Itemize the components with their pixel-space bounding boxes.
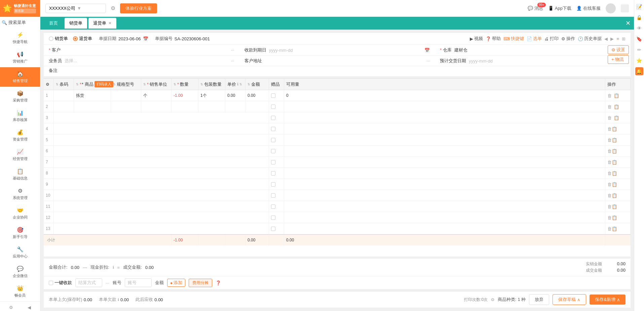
td-product-2[interactable] [74,101,111,112]
address-dots[interactable]: ··· [426,59,430,63]
td-quantity-1[interactable]: -1.00 [172,90,198,101]
sidebar-item-basic[interactable]: 📋 基础信息 [0,165,40,184]
list-view-icon[interactable]: ≡ [616,36,619,41]
operation-btn[interactable]: ⚙ 操作 [561,36,575,42]
print-btn[interactable]: 🖨 打印 [544,36,559,42]
td-amount-2[interactable] [245,101,269,112]
td-gift-2[interactable] [269,101,284,112]
customer-address-input[interactable]: ··· [265,59,430,63]
rp-lock-icon[interactable]: 🔒 [635,13,643,22]
radio-return-order[interactable]: 退货单 [73,36,92,42]
help-btn[interactable]: ❓ 帮助 [486,36,501,42]
company-selector[interactable]: XXXXXX公司 ▼ [45,4,106,13]
td-quantity-2[interactable] [172,101,198,112]
sidebar-item-finance[interactable]: 💰 资金管理 [0,126,40,145]
tab-return[interactable]: 退货单 ✕ [88,18,116,29]
settlement-method-input[interactable]: 结算方式 [75,278,102,287]
tabbar-close-btn[interactable]: ✕ [626,20,631,27]
gift-checkbox-3[interactable] [271,116,275,120]
message-btn[interactable]: 💬 消息 99+ [528,5,543,11]
expense-help-icon[interactable]: ❓ [216,280,221,285]
delete-icon-1[interactable]: 🗑 [607,93,612,98]
goods-type-radio-icon[interactable]: ⊙ [491,297,494,302]
scan-btn[interactable]: 扫码录入 [94,81,113,87]
calendar-icon[interactable]: 📅 [143,36,148,41]
td-spec-1[interactable] [111,90,141,101]
td-package-qty-2[interactable] [198,101,225,112]
rp-bookmark-icon[interactable]: 🔖 [635,35,643,43]
prev-record-icon[interactable]: ◀ [604,36,608,41]
grid-view-icon[interactable]: ⊞ [622,36,626,41]
discard-btn[interactable]: 放弃 [529,294,549,305]
payment-cb[interactable] [49,281,53,285]
gift-checkbox-1[interactable] [271,93,275,98]
rp-pencil-icon[interactable]: ✏ [635,46,643,54]
th-settings[interactable]: ⚙ [44,79,54,90]
search-menu[interactable]: 🔍 搜索菜单 [0,17,40,28]
save-draft-btn[interactable]: 保存草稿 ∧ [553,294,586,305]
settings-gear-icon[interactable]: ⚙ [109,4,117,13]
customer-dots[interactable]: ··· [231,48,234,52]
save-new-btn[interactable]: 保存&新增 ∧ [590,295,626,305]
td-barcode-2[interactable] [54,101,74,112]
sidebar-collapse-icon[interactable]: ◀ [28,305,31,310]
rp-eye-icon[interactable]: 👁 [635,24,643,32]
one-click-payment-checkbox[interactable]: 一键收款 [49,280,72,286]
sidebar-item-sales[interactable]: 🏠 销售管理 [0,67,40,87]
copy-icon-3[interactable]: 📋 [614,115,619,120]
tab-close-icon[interactable]: ✕ [108,21,112,26]
sidebar-item-appstore[interactable]: 🔧 应用中心 [0,243,40,262]
td-amount-1[interactable]: 0.00 [245,90,269,101]
td-unit-price-1[interactable]: 0.00 [225,90,245,101]
user-avatar[interactable] [606,3,616,13]
trial-btn[interactable]: 体验行业方案 [120,3,157,13]
unit-price-info-icon[interactable]: ℹ [237,82,238,86]
app-download-btn[interactable]: 📱 App下载 [548,5,571,11]
settlement-dots[interactable]: ··· [106,280,109,285]
template-btn[interactable]: 📄 选单 [527,36,542,42]
video-btn[interactable]: ▶ 视频 [470,36,483,42]
td-sales-unit-1[interactable]: 个 [141,90,172,101]
td-gift-3[interactable] [269,112,284,123]
td-empty-3[interactable] [54,112,269,123]
rp-star-icon[interactable]: ⭐ [635,56,643,65]
delete-icon-2[interactable]: 🗑 [607,104,612,109]
sidebar-settings-icon[interactable]: ⚙ [9,305,13,310]
rp-edit-icon[interactable]: 📝 [635,3,643,11]
sidebar-item-quick-nav[interactable]: ⚡ 快捷导航 [0,28,40,48]
td-sales-unit-2[interactable] [141,101,172,112]
delivery-date-input[interactable]: yyyy-mm-dd 📅 [469,59,626,64]
gift-checkbox-2[interactable] [271,105,275,109]
calendar2-icon[interactable]: 📅 [424,48,430,53]
copy-icon-1[interactable]: 📋 [614,93,619,98]
logistics-btn[interactable]: + 物流 [608,55,629,64]
tab-sales[interactable]: 销货单 [65,18,87,29]
td-product-1[interactable]: 拣货 [74,90,111,101]
sidebar-item-system[interactable]: ⚙ 系统管理 [0,184,40,204]
cash-discount-info-icon[interactable]: ℹ [113,265,114,270]
salesperson-input[interactable]: 选择... ··· [65,58,234,64]
add-btn[interactable]: ● 添加 [167,279,185,287]
debit-info-icon[interactable]: ℹ [118,298,119,302]
bank-account-input[interactable]: 账号 [125,278,152,287]
user-avatar-2[interactable] [621,4,629,12]
td-unit-price-2[interactable] [225,101,245,112]
setup-btn[interactable]: ⚙ 设置 [608,45,629,54]
history-btn[interactable]: 🕐 历史单据 [578,36,602,42]
td-package-qty-1[interactable]: 1个 [198,90,225,101]
sidebar-item-guide[interactable]: 🎯 新手引导 [0,223,40,243]
td-gift-1[interactable] [269,90,284,101]
sidebar-item-member[interactable]: 👑 畅会员 [0,282,40,301]
td-spec-2[interactable] [111,101,141,112]
td-barcode-1[interactable] [54,90,74,101]
copy-icon-2[interactable]: 📋 [614,104,619,109]
shortcut-btn[interactable]: ⌨ 快捷键 [503,36,524,42]
warehouse-input[interactable]: 建材仓 ··· [454,47,626,53]
next-record-icon[interactable]: ▶ [610,36,614,41]
tab-home[interactable]: 首页 [44,17,63,29]
payment-due-input[interactable]: yyyy-mm-dd 📅 [269,48,430,53]
sidebar-item-operation[interactable]: 📈 经营管理 [0,145,40,165]
radio-sales-order[interactable]: 销货单 [49,36,68,42]
delete-icon-3[interactable]: 🗑 [607,115,612,120]
online-service-btn[interactable]: 👤 在线客服 [576,5,601,11]
